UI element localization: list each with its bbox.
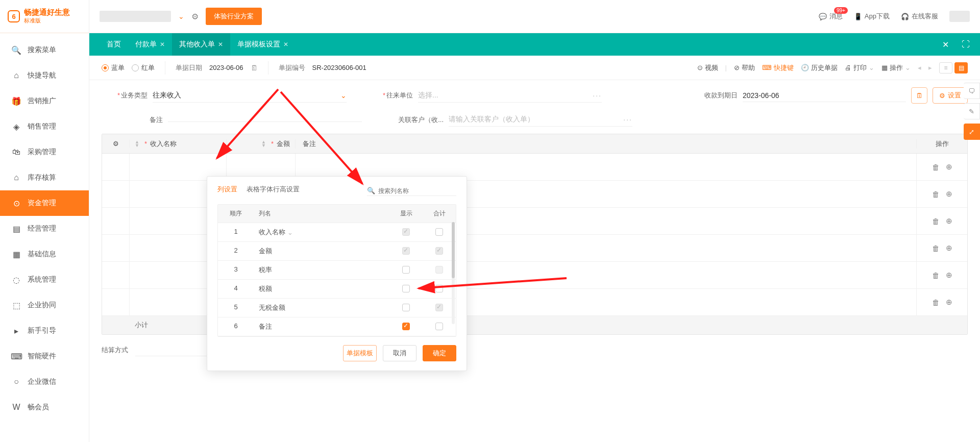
add-row-icon[interactable]: ⊕ bbox=[946, 243, 952, 253]
add-row-icon[interactable]: ⊕ bbox=[946, 189, 952, 199]
sidebar-item[interactable]: ▦基础信息 bbox=[0, 241, 89, 267]
tab-item[interactable]: 单据模板设置✕ bbox=[230, 33, 296, 56]
total-checkbox[interactable] bbox=[435, 285, 443, 292]
calendar-icon[interactable]: 🗓 bbox=[251, 64, 258, 72]
sidebar-item[interactable]: W畅会员 bbox=[0, 395, 89, 420]
total-checkbox[interactable] bbox=[435, 247, 443, 255]
sidebar-item[interactable]: ▸新手引导 bbox=[0, 318, 89, 343]
sort-icon[interactable]: ▲▼ bbox=[261, 140, 266, 148]
messages-link[interactable]: 💬 消息 99+ bbox=[819, 12, 843, 21]
pop-template-button[interactable]: 单据模板 bbox=[343, 345, 377, 361]
show-checkbox[interactable] bbox=[402, 323, 410, 330]
remark-input[interactable] bbox=[168, 117, 362, 122]
add-row-icon[interactable]: ⊕ bbox=[946, 271, 952, 280]
total-checkbox[interactable] bbox=[435, 266, 443, 274]
sidebar-item[interactable]: ▤经营管理 bbox=[0, 216, 89, 241]
calendar-button[interactable]: 🗓 bbox=[911, 87, 927, 104]
sidebar-item[interactable]: 🛍采购管理 bbox=[0, 139, 89, 165]
add-row-icon[interactable]: ⊕ bbox=[946, 298, 952, 307]
doc-date-value[interactable]: 2023-06-06 bbox=[209, 64, 243, 71]
tab-close-icon[interactable]: ✕ bbox=[218, 41, 223, 48]
user-avatar[interactable] bbox=[949, 11, 970, 22]
party-select[interactable]: 选择... ··· bbox=[418, 89, 602, 103]
delete-icon[interactable]: 🗑 bbox=[932, 217, 940, 226]
more-icon[interactable]: ··· bbox=[593, 91, 602, 100]
sidebar-item[interactable]: ○企业微信 bbox=[0, 369, 89, 395]
sidebar-item[interactable]: 🔍搜索菜单 bbox=[0, 37, 89, 63]
tab-close-icon[interactable]: ✕ bbox=[160, 41, 165, 48]
show-checkbox[interactable] bbox=[402, 228, 410, 236]
pop-tab-font[interactable]: 表格字体行高设置 bbox=[247, 185, 300, 197]
pop-row[interactable]: 6备注 bbox=[218, 317, 456, 336]
radio-red[interactable]: 红单 bbox=[132, 63, 155, 72]
tab-fullscreen[interactable]: ⛶ bbox=[958, 36, 974, 53]
pop-row[interactable]: 5无税金额 bbox=[218, 298, 456, 317]
delete-icon[interactable]: 🗑 bbox=[932, 271, 940, 280]
tool-ops[interactable]: ▦操作⌄ bbox=[881, 63, 911, 72]
total-checkbox[interactable] bbox=[435, 228, 443, 236]
more-icon[interactable]: ··· bbox=[623, 115, 632, 124]
sidebar-item[interactable]: 🎁营销推广 bbox=[0, 88, 89, 114]
settings-button[interactable]: ⚙设置 bbox=[933, 87, 968, 104]
sidebar-item[interactable]: ⊙资金管理 bbox=[0, 190, 89, 216]
tool-help[interactable]: ⊘帮助 bbox=[734, 63, 755, 72]
tool-history[interactable]: 🕘历史单据 bbox=[801, 63, 838, 72]
rail-edit[interactable]: ✎ bbox=[964, 103, 980, 119]
rail-expand[interactable]: ⤢ bbox=[964, 124, 980, 140]
nav-prev[interactable]: ◂ bbox=[918, 64, 921, 71]
rel-customer-input[interactable]: 请输入关联客户（收入单） ··· bbox=[449, 113, 632, 127]
delete-icon[interactable]: 🗑 bbox=[932, 244, 940, 253]
pop-row[interactable]: 7核销金额 bbox=[218, 336, 456, 337]
tool-video[interactable]: ⊙视频 bbox=[697, 63, 718, 72]
biz-type-select[interactable]: 往来收入 ⌄ bbox=[153, 89, 347, 103]
total-checkbox[interactable] bbox=[435, 304, 443, 311]
sidebar-item[interactable]: ⌂快捷导航 bbox=[0, 63, 89, 88]
tab-item[interactable]: 付款单✕ bbox=[128, 33, 172, 56]
pop-search-input[interactable] bbox=[378, 187, 450, 194]
pop-ok-button[interactable]: 确定 bbox=[423, 345, 456, 361]
delete-icon[interactable]: 🗑 bbox=[932, 190, 940, 199]
nav-next[interactable]: ▸ bbox=[928, 64, 932, 71]
sidebar-item[interactable]: ⬚企业协同 bbox=[0, 292, 89, 318]
show-checkbox[interactable] bbox=[402, 266, 410, 274]
pop-search[interactable]: 🔍 bbox=[367, 186, 456, 196]
delete-icon[interactable]: 🗑 bbox=[932, 163, 940, 171]
tab-close-icon[interactable]: ✕ bbox=[283, 41, 288, 48]
sidebar-item[interactable]: ⌨智能硬件 bbox=[0, 343, 89, 369]
radio-blue[interactable]: 蓝单 bbox=[102, 63, 125, 72]
due-date-input[interactable]: 2023-06-06 bbox=[743, 89, 906, 102]
sidebar-item[interactable]: ◌系统管理 bbox=[0, 267, 89, 292]
settings-icon[interactable]: ⚙ bbox=[191, 12, 199, 21]
pop-scrollbar[interactable] bbox=[452, 222, 455, 324]
view-card[interactable]: ▤ bbox=[954, 62, 968, 73]
sidebar-item[interactable]: ◈销售管理 bbox=[0, 114, 89, 139]
pop-row[interactable]: 1收入名称 ⌄ bbox=[218, 223, 456, 241]
add-row-icon[interactable]: ⊕ bbox=[946, 216, 952, 226]
add-row-icon[interactable]: ⊕ bbox=[946, 162, 952, 171]
pop-cancel-button[interactable]: 取消 bbox=[383, 345, 416, 361]
sidebar-item[interactable]: ⌂库存核算 bbox=[0, 165, 89, 190]
tab-item[interactable]: 其他收入单✕ bbox=[172, 33, 230, 56]
show-checkbox[interactable] bbox=[402, 304, 410, 311]
pop-row[interactable]: 2金额 bbox=[218, 241, 456, 260]
tab-home[interactable]: 首页 bbox=[100, 33, 128, 56]
menu-label: 智能硬件 bbox=[28, 352, 56, 361]
view-list[interactable]: ≡ bbox=[939, 62, 952, 73]
sort-icon[interactable]: ▲▼ bbox=[135, 140, 139, 148]
org-dropdown-caret[interactable]: ⌄ bbox=[178, 12, 184, 20]
tool-hotkey[interactable]: ⌨快捷键 bbox=[762, 63, 794, 72]
grid-settings-gear[interactable]: ⚙ bbox=[102, 140, 130, 148]
pop-tab-columns[interactable]: 列设置 bbox=[217, 185, 237, 197]
rail-note[interactable]: 🗨 bbox=[964, 83, 980, 99]
app-download-link[interactable]: 📱 App下载 bbox=[854, 12, 890, 21]
tab-close-all[interactable]: ✕ bbox=[937, 36, 953, 53]
support-link[interactable]: 🎧 在线客服 bbox=[901, 12, 938, 21]
tool-print[interactable]: 🖨打印⌄ bbox=[845, 63, 874, 72]
pop-row[interactable]: 4税额 bbox=[218, 279, 456, 298]
total-checkbox[interactable] bbox=[435, 323, 443, 330]
delete-icon[interactable]: 🗑 bbox=[932, 298, 940, 307]
pop-row[interactable]: 3税率 bbox=[218, 260, 456, 279]
industry-plan-button[interactable]: 体验行业方案 bbox=[206, 8, 262, 25]
show-checkbox[interactable] bbox=[402, 247, 410, 255]
show-checkbox[interactable] bbox=[402, 285, 410, 292]
